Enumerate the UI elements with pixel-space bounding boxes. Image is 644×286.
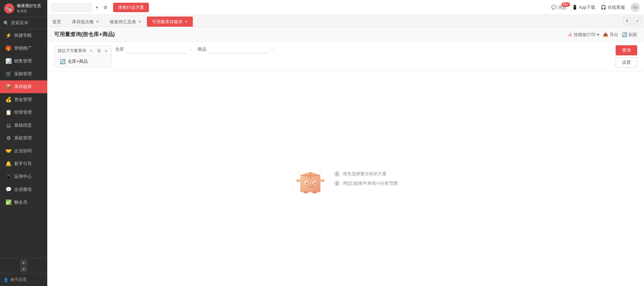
sidebar-brand: 🐄 畅康通好生意 标准版	[0, 0, 47, 17]
sidebar-nav: ⚡ 快捷导航 🎁 营销推广 📊 销售管理 🛒 采购管理 📦 库存核算 💰 资金管…	[0, 29, 47, 258]
warehouse-more-btn[interactable]: ···	[189, 47, 192, 52]
sidebar-item-inventory[interactable]: 📦 库存核算	[0, 80, 47, 93]
tab-label-home: 首页	[52, 19, 61, 25]
sidebar-item-app-center[interactable]: 📱 应用中心	[0, 170, 47, 183]
tabs-maximize-btn[interactable]: ⤢	[633, 18, 641, 24]
sidebar-item-quick-nav[interactable]: ⚡ 快捷导航	[0, 29, 47, 42]
goods-input[interactable]	[208, 45, 269, 53]
brand-name: 畅康通好生意	[17, 3, 41, 9]
nav-icon-member: ✅	[5, 199, 11, 205]
footer-label: 账号设置	[10, 277, 27, 283]
scheme-item-warehouse-goods[interactable]: 🔄 仓库+商品	[54, 56, 111, 67]
sidebar-item-operations[interactable]: 📋 经营管理	[0, 106, 47, 119]
sidebar: 🐄 畅康通好生意 标准版 🔍 搜索菜单 ⚡ 快捷导航 🎁 营销推广 📊 销售管理…	[0, 0, 47, 286]
sidebar-item-finance[interactable]: 💰 资金管理	[0, 93, 47, 106]
app-download-btn[interactable]: 📱 App下载	[572, 4, 595, 10]
sidebar-footer[interactable]: 👤 账号设置	[0, 273, 47, 286]
sidebar-search[interactable]: 🔍 搜索菜单	[0, 17, 47, 29]
sidebar-item-enterprise[interactable]: 🤝 企业协同	[0, 145, 47, 157]
scheme-settings-btn[interactable]: ⚙	[96, 48, 102, 53]
app-icon: 📱	[572, 5, 577, 10]
industry-btn[interactable]: 体验行业方案	[113, 3, 149, 12]
empty-state: ✦ ✦ 1 请先选择要分析的方案 2 用[过滤]条件来缩小分析范围	[47, 71, 644, 286]
tab-home[interactable]: 首页	[47, 17, 66, 27]
brand-text-group: 畅康通好生意 标准版	[17, 3, 41, 14]
user-avatar[interactable]: Rit	[630, 3, 640, 12]
nav-icon-basic-info: 🗂	[5, 123, 11, 128]
sidebar-scroll-up[interactable]: ▲	[20, 260, 27, 265]
scheme-collapse-btn[interactable]: «	[104, 48, 108, 53]
empty-hint-2: 2 用[过滤]条件来缩小分析范围	[334, 180, 398, 186]
tab-label-available-qty: 可用量库存账本	[152, 19, 183, 25]
svg-rect-8	[296, 179, 300, 182]
sidebar-item-purchase[interactable]: 🛒 采购管理	[0, 68, 47, 80]
tab-close-receipt-summary[interactable]: ✕	[138, 20, 141, 24]
nav-icon-marketing: 🎁	[5, 45, 11, 51]
nav-label-member: 畅会员	[14, 199, 27, 205]
sidebar-item-wechat[interactable]: 💬 企业微信	[0, 183, 47, 196]
sidebar-item-guide[interactable]: 🔔 新手引导	[0, 157, 47, 170]
tab-available-qty[interactable]: 可用量库存账本✕	[147, 17, 193, 27]
nav-icon-inventory: 📦	[5, 84, 11, 90]
nav-label-operations: 经营管理	[14, 109, 32, 115]
nav-label-quick-nav: 快捷导航	[14, 32, 32, 38]
tab-receipt-summary[interactable]: 收发存汇总表✕	[105, 17, 146, 27]
nav-label-enterprise: 企业协同	[14, 148, 32, 154]
service-icon: 🎧	[601, 5, 606, 10]
tab-close-batch-account[interactable]: ✕	[96, 20, 99, 24]
query-btn[interactable]: 查询	[616, 45, 637, 55]
topbar-dropdown-btn[interactable]: ▾	[95, 4, 99, 11]
sidebar-item-basic-info[interactable]: 🗂 基础信息	[0, 119, 47, 132]
nav-label-system: 系统管理	[14, 135, 32, 141]
export-btn[interactable]: 📤 导出	[603, 32, 618, 38]
nav-icon-finance: 💰	[5, 97, 11, 103]
message-btn[interactable]: 💬 消息 99+	[551, 4, 567, 10]
message-badge: 99+	[562, 2, 570, 7]
sidebar-item-member[interactable]: ✅ 畅会员	[0, 196, 47, 209]
search-icon: 🔍	[3, 21, 9, 26]
scheme-add-btn[interactable]: ＋	[88, 48, 94, 54]
tab-label-batch-account: 库存批次账	[72, 19, 94, 25]
topbar-gear-btn[interactable]: ⚙	[102, 3, 109, 11]
sidebar-item-marketing[interactable]: 🎁 营销推广	[0, 42, 47, 55]
nav-icon-operations: 📋	[5, 109, 11, 115]
svg-rect-10	[304, 191, 308, 193]
warehouse-input[interactable]	[126, 45, 187, 53]
nav-icon-system: ⚙	[5, 135, 11, 141]
sidebar-item-sales[interactable]: 📊 销售管理	[0, 55, 47, 68]
topbar-search-input[interactable]	[51, 3, 92, 11]
goods-more-btn[interactable]: ···	[271, 47, 275, 52]
print-icon: 🖨	[568, 32, 572, 37]
filter-scheme-header: 按以下方案查询 ＋ ⚙ «	[54, 46, 111, 56]
online-service-label: 在线客服	[608, 4, 625, 10]
sidebar-scroll-down[interactable]: ▼	[20, 266, 27, 272]
nav-icon-purchase: 🛒	[5, 71, 11, 77]
refresh-icon: 🔄	[622, 32, 627, 37]
online-service-btn[interactable]: 🎧 在线客服	[601, 4, 625, 10]
brand-icon: 🐄	[4, 3, 14, 14]
refresh-label: 刷新	[628, 32, 637, 38]
warehouse-label: 仓库	[115, 46, 124, 52]
nav-label-wechat: 企业微信	[14, 186, 32, 192]
print-btn[interactable]: 🖨 按模板打印 ▾	[568, 32, 599, 38]
tabs-right-controls: ✕ ⤢	[623, 18, 641, 24]
tabs-close-btn[interactable]: ✕	[623, 18, 631, 24]
settings-btn[interactable]: 设置	[616, 57, 637, 68]
sidebar-item-system[interactable]: ⚙ 系统管理	[0, 132, 47, 145]
topbar: ▾ ⚙ 体验行业方案 💬 消息 99+ 📱 App下载 🎧 在线客服 Rit	[47, 0, 644, 15]
nav-label-inventory: 库存核算	[14, 84, 32, 90]
nav-label-marketing: 营销推广	[14, 45, 32, 51]
nav-icon-guide: 🔔	[5, 161, 11, 167]
nav-label-finance: 资金管理	[14, 97, 32, 103]
nav-icon-enterprise: 🤝	[5, 148, 11, 154]
app-download-label: App下载	[579, 4, 595, 10]
tab-label-receipt-summary: 收发存汇总表	[110, 19, 136, 25]
export-icon: 📤	[603, 32, 608, 37]
tab-close-available-qty[interactable]: ✕	[185, 20, 188, 24]
hint-text-2: 用[过滤]条件来缩小分析范围	[343, 180, 398, 186]
refresh-btn[interactable]: 🔄 刷新	[622, 32, 637, 38]
print-dropdown-icon: ▾	[597, 32, 599, 37]
topbar-right: 💬 消息 99+ 📱 App下载 🎧 在线客服 Rit	[551, 3, 640, 12]
page-content: 可用量查询(按仓库+商品) 🖨 按模板打印 ▾ 📤 导出 🔄 刷新	[47, 27, 644, 286]
tab-batch-account[interactable]: 库存批次账✕	[67, 17, 104, 27]
